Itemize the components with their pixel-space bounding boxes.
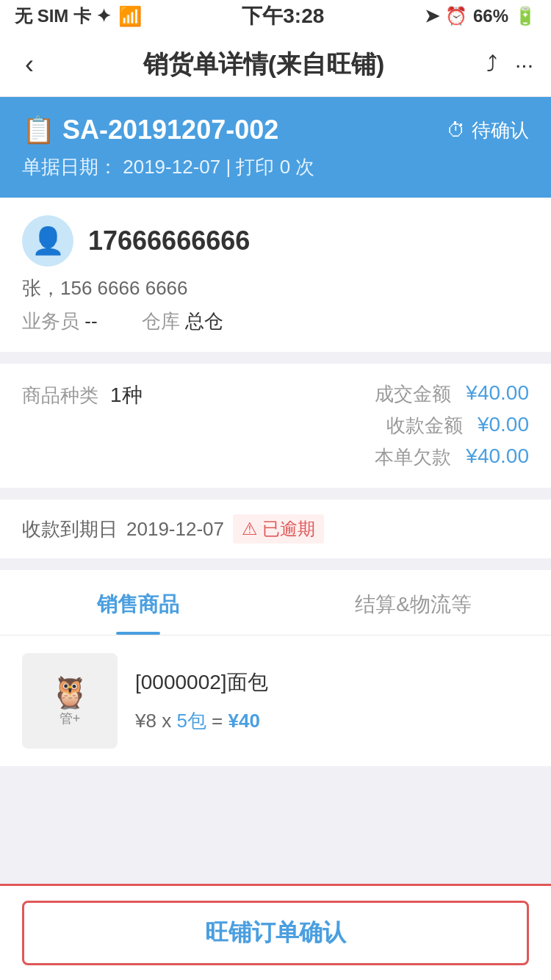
sim-label: 无 SIM 卡 ✦ [15, 4, 111, 28]
print-info: | 打印 0 次 [226, 156, 314, 178]
product-type-label: 商品种类 [22, 383, 98, 408]
bottom-bar: 旺铺订单确认 [0, 884, 551, 980]
amount-value-0: ¥40.00 [466, 381, 529, 407]
product-brand: 管+ [51, 711, 89, 727]
nav-bar: ‹ 销货单详情(来自旺铺) ⤴ ··· [0, 32, 551, 97]
date-value: 2019-12-07 [123, 156, 220, 178]
equals-sign: = [212, 710, 228, 732]
overdue-badge: ⚠ 已逾期 [233, 514, 324, 544]
battery-label: 66% [473, 6, 508, 26]
customer-name: 张，156 6666 6666 [22, 275, 529, 301]
warehouse-meta: 仓库 总仓 [142, 309, 223, 334]
due-date-label: 收款到期日 [22, 516, 118, 542]
avatar: 👤 [22, 215, 73, 267]
customer-row: 👤 17666666666 [22, 215, 529, 267]
price-per-unit: ¥8 [135, 710, 156, 732]
amount-label-2: 本单欠款 [375, 444, 451, 470]
sales-meta: 业务员 -- [22, 309, 98, 334]
customer-meta: 业务员 -- 仓库 总仓 [22, 309, 529, 334]
battery-icon: 🔋 [514, 6, 536, 26]
product-thumbnail: 🦉 管+ [22, 653, 118, 749]
order-id: 📋 SA-20191207-002 [22, 115, 278, 145]
status-bar: 无 SIM 卡 ✦ 📶 下午3:28 ➤ ⏰ 66% 🔋 [0, 0, 551, 32]
page-title: 销货单详情(来自旺铺) [143, 48, 385, 82]
tab-sales-label: 销售商品 [97, 593, 179, 616]
order-status: ⏱ 待确认 [447, 118, 529, 143]
summary-row: 商品种类 1种 成交金额 ¥40.00 收款金额 ¥0.00 本单欠款 ¥40.… [22, 381, 529, 470]
multiply-sign: x [162, 710, 176, 732]
status-clock-icon: ⏱ [447, 119, 466, 142]
warehouse-label: 仓库 [142, 310, 180, 332]
product-total: ¥40 [228, 710, 260, 732]
overdue-text: 已逾期 [262, 517, 315, 541]
product-info: [0000002]面包 ¥8 x 5包 = ¥40 [135, 669, 529, 734]
location-icon: ➤ [425, 6, 439, 26]
quantity: 5包 [176, 710, 206, 732]
content-area: 🦉 管+ [0000002]面包 ¥8 x 5包 = ¥40 [0, 635, 551, 869]
sales-label: 业务员 [22, 310, 79, 332]
avatar-icon: 👤 [32, 226, 65, 256]
amounts: 成交金额 ¥40.00 收款金额 ¥0.00 本单欠款 ¥40.00 [375, 381, 529, 470]
overdue-icon: ⚠ [242, 519, 258, 539]
tab-settlement[interactable]: 结算&物流等 [276, 570, 551, 635]
tab-sales[interactable]: 销售商品 [0, 570, 276, 635]
alarm-icon: ⏰ [445, 6, 467, 26]
status-text: 待确认 [472, 118, 529, 143]
wifi-icon: 📶 [118, 5, 142, 28]
amount-value-2: ¥40.00 [466, 444, 529, 470]
warehouse-val: 总仓 [185, 310, 223, 332]
amount-row-1: 收款金额 ¥0.00 [386, 413, 529, 439]
product-name: [0000002]面包 [135, 669, 529, 696]
sales-val: -- [84, 310, 97, 332]
more-icon[interactable]: ··· [515, 52, 533, 77]
summary-card: 商品种类 1种 成交金额 ¥40.00 收款金额 ¥0.00 本单欠款 ¥40.… [0, 364, 551, 488]
due-date-value: 2019-12-07 [126, 518, 224, 541]
status-right: ➤ ⏰ 66% 🔋 [425, 6, 536, 26]
amount-label-0: 成交金额 [375, 381, 451, 407]
nav-actions: ⤴ ··· [486, 52, 533, 77]
customer-card: 👤 17666666666 张，156 6666 6666 业务员 -- 仓库 … [0, 198, 551, 352]
back-button[interactable]: ‹ [18, 42, 41, 87]
amount-row-0: 成交金额 ¥40.00 [375, 381, 529, 407]
date-label: 单据日期： [22, 156, 118, 178]
product-price: ¥8 x 5包 = ¥40 [135, 708, 529, 734]
tab-settlement-label: 结算&物流等 [355, 593, 472, 616]
product-type: 商品种类 1种 [22, 381, 143, 409]
status-time: 下午3:28 [242, 2, 324, 30]
product-item: 🦉 管+ [0000002]面包 ¥8 x 5包 = ¥40 [0, 635, 551, 766]
tabs-container: 销售商品 结算&物流等 [0, 570, 551, 635]
status-left: 无 SIM 卡 ✦ 📶 [15, 4, 142, 28]
confirm-order-button[interactable]: 旺铺订单确认 [22, 901, 529, 965]
amount-label-1: 收款金额 [386, 413, 463, 439]
amount-row-2: 本单欠款 ¥40.00 [375, 444, 529, 470]
customer-phone: 17666666666 [88, 226, 250, 256]
due-date-card: 收款到期日 2019-12-07 ⚠ 已逾期 [0, 500, 551, 558]
amount-value-1: ¥0.00 [478, 413, 529, 439]
order-date: 单据日期： 2019-12-07 | 打印 0 次 [22, 154, 529, 180]
product-type-value: 1种 [110, 381, 143, 409]
order-id-icon: 📋 [22, 115, 55, 145]
order-header: 📋 SA-20191207-002 ⏱ 待确认 单据日期： 2019-12-07… [0, 97, 551, 198]
order-id-text: SA-20191207-002 [62, 115, 278, 145]
share-icon[interactable]: ⤴ [486, 52, 497, 77]
order-header-row1: 📋 SA-20191207-002 ⏱ 待确认 [22, 115, 529, 145]
